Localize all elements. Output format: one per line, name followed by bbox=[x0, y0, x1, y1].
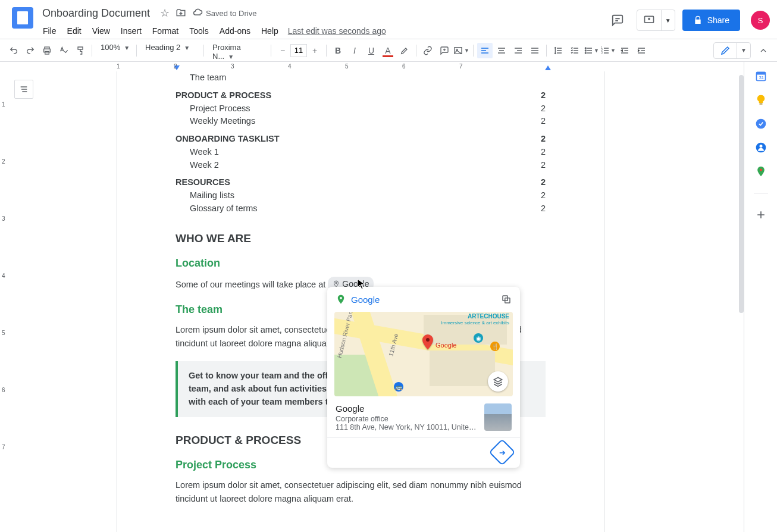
app-header: Onboarding Document ☆ Saved to Drive Fil… bbox=[0, 0, 777, 39]
scrollbar-track[interactable] bbox=[739, 71, 744, 532]
bulleted-list-button[interactable]: ▼ bbox=[584, 43, 599, 58]
spellcheck-button[interactable] bbox=[56, 43, 71, 58]
scrollbar-thumb[interactable] bbox=[739, 75, 744, 313]
insert-link-button[interactable] bbox=[420, 43, 436, 58]
map-poi-icon: ◉ bbox=[474, 333, 483, 343]
project-paragraph[interactable]: Lorem ipsum dolor sit amet, consectetuer… bbox=[176, 478, 546, 506]
paint-format-button[interactable] bbox=[73, 43, 88, 58]
underline-button[interactable]: U bbox=[364, 43, 379, 58]
right-indent-marker[interactable] bbox=[545, 65, 551, 70]
ruler-tick: 6 bbox=[402, 63, 406, 70]
text-color-button[interactable]: A bbox=[380, 43, 396, 58]
toolbar-separator bbox=[136, 45, 137, 57]
zoom-select[interactable]: 100%▼ bbox=[96, 43, 133, 58]
add-comment-button[interactable] bbox=[437, 43, 452, 58]
toc-item-label: Project Process bbox=[190, 102, 250, 115]
align-center-button[interactable] bbox=[494, 43, 509, 58]
account-avatar[interactable]: S bbox=[751, 11, 770, 30]
toc-heading[interactable]: PRODUCT & PROCESS 2 bbox=[176, 89, 546, 102]
toc-item[interactable]: Week 22 bbox=[176, 159, 546, 172]
editing-mode-dropdown-icon[interactable]: ▼ bbox=[737, 43, 750, 58]
menu-insert[interactable]: Insert bbox=[116, 24, 146, 38]
toc-item[interactable]: Mailing lists2 bbox=[176, 189, 546, 202]
bold-button[interactable]: B bbox=[330, 43, 346, 58]
map-preview[interactable]: Hudson River Park 11th Ave ARTECHOUSE Im… bbox=[334, 312, 513, 396]
directions-button[interactable]: ➔ bbox=[488, 439, 515, 465]
present-dropdown-icon[interactable]: ▼ bbox=[661, 10, 675, 30]
svg-rect-18 bbox=[756, 72, 765, 74]
svg-point-13 bbox=[340, 297, 342, 299]
menu-help[interactable]: Help bbox=[256, 24, 283, 38]
document-title-input[interactable]: Onboarding Document bbox=[38, 5, 154, 21]
align-right-button[interactable] bbox=[510, 43, 526, 58]
toc-item[interactable]: Project Process2 bbox=[176, 102, 546, 115]
hide-menus-button[interactable] bbox=[756, 43, 771, 58]
present-button[interactable]: ▼ bbox=[637, 10, 675, 31]
present-main-icon[interactable] bbox=[637, 14, 661, 26]
insert-image-button[interactable]: ▼ bbox=[453, 43, 469, 58]
menu-tools[interactable]: Tools bbox=[184, 24, 214, 38]
line-spacing-button[interactable] bbox=[550, 43, 566, 58]
decrease-font-button[interactable]: − bbox=[275, 43, 290, 58]
toc-heading-page: 2 bbox=[541, 89, 546, 102]
paragraph-style-select[interactable]: Heading 2▼ bbox=[140, 43, 200, 58]
star-icon[interactable]: ☆ bbox=[160, 7, 170, 20]
copy-link-icon[interactable] bbox=[501, 294, 512, 305]
toc-item-page: 2 bbox=[541, 159, 546, 172]
header-right: ▼ Share S bbox=[606, 5, 770, 32]
editing-mode-button[interactable]: ▼ bbox=[713, 42, 751, 59]
workspace: 1 2 3 4 5 6 7 1 2 3 4 5 6 7 bbox=[0, 62, 777, 532]
toc-item[interactable]: Weekly Meetings2 bbox=[176, 115, 546, 128]
toc-item[interactable]: Glossary of terms2 bbox=[176, 202, 546, 215]
tasks-app-icon[interactable] bbox=[755, 118, 767, 130]
redo-button[interactable] bbox=[23, 43, 38, 58]
get-addons-button[interactable] bbox=[755, 209, 767, 221]
maps-hover-card: Google Hudson River Park 11th Ave ARTECH… bbox=[327, 287, 520, 468]
horizontal-ruler[interactable]: 1 2 3 4 5 6 7 bbox=[0, 62, 744, 71]
menu-file[interactable]: File bbox=[38, 24, 61, 38]
toc-item-label: Glossary of terms bbox=[190, 202, 258, 215]
last-edit-link[interactable]: Last edit was seconds ago bbox=[288, 26, 386, 36]
highlight-button[interactable] bbox=[397, 43, 412, 58]
undo-button[interactable] bbox=[6, 43, 21, 58]
font-size-input[interactable] bbox=[290, 44, 307, 57]
contacts-app-icon[interactable] bbox=[755, 142, 767, 154]
maps-app-icon[interactable] bbox=[755, 165, 767, 177]
italic-button[interactable]: I bbox=[347, 43, 362, 58]
toc-heading[interactable]: ONBOARDING TASKLIST 2 bbox=[176, 133, 546, 146]
toc-item[interactable]: Week 12 bbox=[176, 146, 546, 159]
heading-who-we-are[interactable]: WHO WE ARE bbox=[176, 232, 546, 245]
toc-heading-label: ONBOARDING TASKLIST bbox=[176, 133, 280, 146]
toc-heading[interactable]: RESOURCES 2 bbox=[176, 176, 546, 189]
toc-item-page: 2 bbox=[541, 146, 546, 159]
toc-item[interactable]: The team bbox=[176, 71, 546, 85]
menu-addons[interactable]: Add-ons bbox=[215, 24, 255, 38]
svg-text:3: 3 bbox=[601, 51, 603, 54]
font-family-select[interactable]: Proxima N...▼ bbox=[208, 43, 267, 58]
increase-font-button[interactable]: + bbox=[307, 43, 322, 58]
toolbar-separator bbox=[326, 45, 327, 57]
docs-logo-icon[interactable] bbox=[12, 7, 33, 29]
keep-app-icon[interactable] bbox=[755, 94, 767, 106]
map-layers-button[interactable] bbox=[488, 371, 508, 392]
style-value: Heading 2 bbox=[145, 43, 180, 52]
heading-location[interactable]: Location bbox=[176, 257, 546, 270]
menu-format[interactable]: Format bbox=[148, 24, 183, 38]
increase-indent-button[interactable] bbox=[634, 43, 649, 58]
checklist-button[interactable] bbox=[567, 43, 582, 58]
decrease-indent-button[interactable] bbox=[617, 43, 632, 58]
toc-heading-page: 2 bbox=[541, 133, 546, 146]
comment-history-icon[interactable] bbox=[606, 8, 629, 32]
share-button[interactable]: Share bbox=[682, 10, 740, 31]
calendar-app-icon[interactable]: 31 bbox=[755, 70, 767, 82]
menu-edit[interactable]: Edit bbox=[62, 24, 86, 38]
numbered-list-button[interactable]: 123▼ bbox=[600, 43, 616, 58]
align-left-button[interactable] bbox=[477, 43, 493, 58]
print-button[interactable] bbox=[39, 43, 55, 58]
align-justify-button[interactable] bbox=[527, 43, 543, 58]
move-icon[interactable] bbox=[176, 8, 186, 18]
place-photo-thumbnail[interactable] bbox=[484, 403, 512, 431]
toc-item-page: 2 bbox=[541, 102, 546, 115]
menu-view[interactable]: View bbox=[87, 24, 115, 38]
popover-title[interactable]: Google bbox=[351, 295, 501, 305]
